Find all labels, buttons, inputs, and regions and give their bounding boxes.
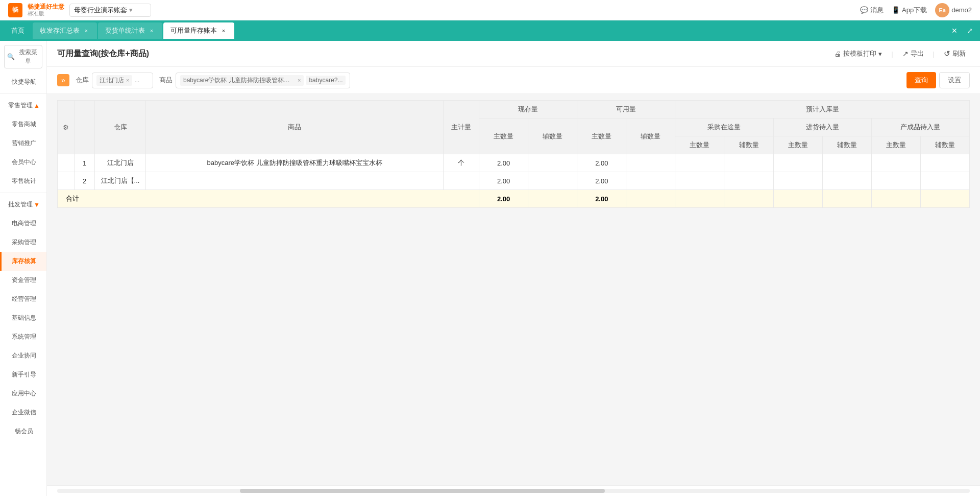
tab-home[interactable]: 首页	[4, 22, 32, 39]
sidebar-divider-2	[0, 193, 46, 193]
th-production-aux: 辅数量	[920, 136, 969, 154]
th-settings[interactable]: ⚙	[58, 101, 75, 154]
filter-actions: 查询 设置	[906, 72, 970, 88]
industry-selector[interactable]: 母婴行业演示账套 ▾	[69, 4, 151, 17]
tabbar: 首页 收发存汇总表 × 要货单统计表 × 可用量库存账本 × ✕ ⤢	[0, 20, 980, 41]
settings-btn[interactable]: 设置	[939, 72, 970, 88]
tab-close-receivables[interactable]: ×	[83, 27, 90, 34]
brand-name: 畅捷通好生意	[28, 3, 64, 10]
warehouse-tag: 江北门店 ×	[96, 75, 132, 86]
refresh-icon: ↺	[944, 49, 950, 58]
edition-label: 标准版	[28, 10, 64, 17]
message-icon: 💬	[860, 6, 868, 14]
th-planned-group: 预计入库量	[675, 101, 970, 119]
sidebar-item-ecommerce[interactable]: 电商管理	[0, 214, 46, 233]
sidebar-item-enterprise-wechat[interactable]: 企业微信	[0, 403, 46, 422]
topbar: 畅 畅捷通好生意 标准版 母婴行业演示账套 ▾ 💬 消息 📱 App下载 Ea …	[0, 0, 980, 20]
sidebar-item-member-center[interactable]: 会员中心	[0, 153, 46, 172]
table-wrap: ⚙ 仓库 商品 主计量 现存量 可用量 预计入库量 主数量 辅数量 主数量	[47, 94, 980, 485]
th-product: 商品	[146, 101, 444, 154]
page-footer	[47, 485, 980, 496]
sidebar-item-retail-mgmt[interactable]: 零售管理 ▲	[0, 96, 46, 115]
template-print-btn[interactable]: 🖨 按模板打印 ▾	[830, 47, 886, 60]
tab-receivables[interactable]: 收发存汇总表 ×	[33, 22, 97, 39]
product-label: 商品	[159, 76, 173, 85]
table-row: 1 江北门店 babycare学饮杯 儿童防摔防撞吸管杯重力球吸嘴杯宝宝水杯 个…	[58, 154, 970, 172]
product-tag-close-1[interactable]: ×	[298, 77, 301, 83]
horizontal-scrollbar[interactable]	[57, 489, 970, 493]
tab-close-all-btn[interactable]: ✕	[948, 25, 961, 37]
sidebar-item-vip[interactable]: 畅会员	[0, 422, 46, 441]
export-icon: ↗	[902, 50, 909, 58]
sidebar-item-retail-mall[interactable]: 零售商城	[0, 115, 46, 134]
export-btn[interactable]: ↗ 导出	[898, 47, 928, 60]
product-input[interactable]: babycare学饮杯 儿童防摔防撞吸管杯重力球吸嘴杯宝宝水杯 × babyca…	[176, 73, 350, 88]
query-btn[interactable]: 查询	[906, 72, 936, 88]
tabbar-right: ✕ ⤢	[948, 25, 976, 37]
search-icon: 🔍	[7, 53, 15, 60]
chevron-down-icon: ▾	[129, 6, 133, 14]
avatar: Ea	[935, 3, 949, 17]
th-incoming-pending: 进货待入量	[773, 119, 871, 136]
chevron-up-icon: ▲	[34, 102, 40, 109]
sidebar-item-wholesale-mgmt[interactable]: 批发管理 ▼	[0, 195, 46, 214]
tab-maximize-btn[interactable]: ⤢	[964, 25, 976, 37]
content-area: 可用量查询(按仓库+商品) 🖨 按模板打印 ▾ | ↗ 导出 | ↺ 刷新	[47, 41, 980, 496]
settings-icon: ⚙	[63, 124, 69, 131]
sidebar-item-enterprise[interactable]: 企业协同	[0, 346, 46, 365]
tab-order-stats[interactable]: 要货单统计表 ×	[98, 22, 162, 39]
sidebar-item-marketing[interactable]: 营销推广	[0, 134, 46, 153]
sidebar-search-area: 🔍 搜索菜单	[0, 41, 46, 73]
product-filter: 商品 babycare学饮杯 儿童防摔防撞吸管杯重力球吸嘴杯宝宝水杯 × bab…	[159, 73, 350, 88]
sidebar-item-new-guide[interactable]: 新手引导	[0, 365, 46, 384]
tab-available-stock[interactable]: 可用量库存账本 ×	[163, 22, 234, 39]
chevron-down-icon2: ▼	[34, 201, 40, 208]
main-layout: 🔍 搜索菜单 快捷导航 零售管理 ▲ 零售商城 营销推广 会员中心 零售统计 批…	[0, 41, 980, 496]
page-actions: 🖨 按模板打印 ▾ | ↗ 导出 | ↺ 刷新	[830, 47, 970, 60]
summary-label: 合计	[58, 190, 479, 208]
filter-bar: » 仓库 江北门店 × ... 商品 babycare学饮杯 儿童防摔防撞吸管杯…	[47, 67, 980, 94]
th-main-unit: 主计量	[444, 101, 479, 154]
th-production-main: 主数量	[871, 136, 920, 154]
sidebar-item-purchase[interactable]: 采购管理	[0, 233, 46, 252]
scrollbar-thumb[interactable]	[240, 489, 605, 493]
th-available-aux: 辅数量	[626, 119, 675, 154]
sidebar-item-basic-info[interactable]: 基础信息	[0, 309, 46, 327]
print-icon: 🖨	[835, 50, 841, 58]
sidebar-item-finance[interactable]: 资金管理	[0, 271, 46, 290]
page-header: 可用量查询(按仓库+商品) 🖨 按模板打印 ▾ | ↗ 导出 | ↺ 刷新	[47, 41, 980, 67]
sidebar-item-system[interactable]: 系统管理	[0, 327, 46, 346]
th-available-group: 可用量	[577, 101, 675, 119]
warehouse-input[interactable]: 江北门店 × ...	[92, 73, 153, 88]
tab-close-available-stock[interactable]: ×	[220, 27, 227, 34]
th-stock-group: 现存量	[479, 101, 577, 119]
sidebar-item-operations[interactable]: 经营管理	[0, 290, 46, 309]
sidebar-item-inventory[interactable]: 库存核算	[0, 252, 46, 271]
warehouse-tag-close[interactable]: ×	[126, 77, 129, 83]
th-no	[75, 101, 95, 154]
th-incoming-main: 主数量	[773, 136, 822, 154]
data-table: ⚙ 仓库 商品 主计量 现存量 可用量 预计入库量 主数量 辅数量 主数量	[57, 100, 970, 208]
summary-stock-main: 2.00	[479, 190, 528, 208]
tab-close-order-stats[interactable]: ×	[148, 27, 155, 34]
filter-expand-btn[interactable]: »	[57, 74, 69, 86]
sidebar-item-retail-stats[interactable]: 零售统计	[0, 172, 46, 191]
message-btn[interactable]: 💬 消息	[860, 6, 884, 15]
app-download-btn[interactable]: 📱 App下载	[892, 6, 927, 15]
user-menu[interactable]: Ea demo2	[935, 3, 972, 17]
page-title: 可用量查询(按仓库+商品)	[57, 49, 149, 59]
topbar-right: 💬 消息 📱 App下载 Ea demo2	[860, 3, 972, 17]
th-production-pending: 产成品待入量	[871, 119, 969, 136]
th-stock-main: 主数量	[479, 119, 528, 154]
th-available-main: 主数量	[577, 119, 626, 154]
product-tag-1: babycare学饮杯 儿童防摔防撞吸管杯重力球吸嘴杯宝宝水杯 ×	[180, 75, 304, 86]
sidebar-item-app-center[interactable]: 应用中心	[0, 384, 46, 403]
search-menu-btn[interactable]: 🔍 搜索菜单	[4, 45, 42, 68]
refresh-btn[interactable]: ↺ 刷新	[940, 47, 970, 60]
warehouse-filter: 仓库 江北门店 × ...	[76, 73, 153, 88]
sidebar-item-quick-nav[interactable]: 快捷导航	[0, 73, 46, 91]
topbar-left: 畅 畅捷通好生意 标准版 母婴行业演示账套 ▾	[8, 3, 151, 17]
summary-row: 合计 2.00 2.00	[58, 190, 970, 208]
warehouse-more[interactable]: ...	[134, 77, 139, 84]
app-icon: 📱	[892, 6, 900, 14]
